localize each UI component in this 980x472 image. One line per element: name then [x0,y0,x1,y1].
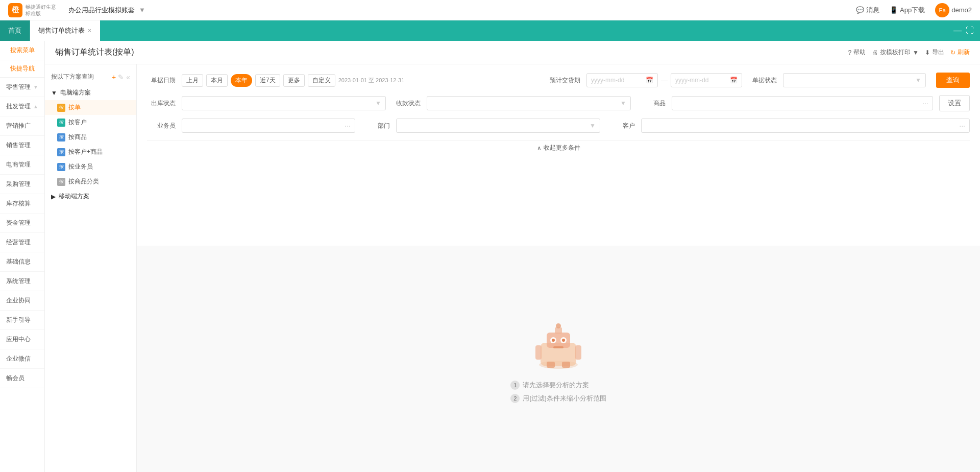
print-dropdown-icon: ▼ [913,49,919,56]
scheme-item-by-category[interactable]: 按 按商品分类 [45,174,136,189]
content: 销售订单统计表(按单) ? 帮助 🖨 按模板打印 ▼ ⬇ 导出 ↻ 刷新 [45,41,980,472]
scheme-item-by-salesperson[interactable]: 按 按业务员 [45,159,136,174]
goods-filter[interactable]: ··· [672,96,933,110]
sidebar-item-sales[interactable]: 销售管理 [0,136,44,155]
customer-label: 客户 [606,122,635,130]
print-btn[interactable]: 🖨 按模板打印 ▼ [872,48,919,57]
scheme-item-by-customer-goods[interactable]: 按 按客户+商品 [45,145,136,159]
status-select[interactable]: ▼ [783,73,926,87]
mobile-group-text: 移动端方案 [59,192,89,201]
collapse-panel-icon[interactable]: « [126,73,130,81]
sidebar-item-marketing[interactable]: 营销推广 [0,116,44,136]
scheme-item-by-customer[interactable]: 按 按客户 [45,115,136,130]
tip-text-2: 用[过滤]条件来缩小分析范围 [523,394,606,403]
collapse-filters-btn[interactable]: ∧ 收起更多条件 [147,140,970,155]
scheme-item-by-goods[interactable]: 按 按商品 [45,130,136,145]
logo-icon: 橙 [8,3,22,17]
scheme-label-category: 按商品分类 [68,177,99,186]
sidebar-item-inventory[interactable]: 库存核算 [0,194,44,214]
delivery-status-select[interactable]: ▼ [182,96,386,110]
status-label: 单据状态 [748,76,777,85]
expected-date-end[interactable]: yyyy-mm-dd 📅 [671,73,742,87]
svg-rect-2 [547,333,570,348]
scheme-icon-category: 按 [57,178,65,186]
tip-text-1: 请先选择要分析的方案 [523,381,589,390]
left-panel-title: 按以下方案查询 [51,73,94,81]
salesperson-filter[interactable]: ··· [182,119,355,133]
expected-start-placeholder: yyyy-mm-dd [591,77,624,84]
tab-sales-order-stats[interactable]: 销售订单统计表 × [30,20,100,41]
date-separator: — [661,77,668,84]
sidebar-item-enterprise-collab[interactable]: 企业协同 [0,291,44,311]
scheme-icon-customer: 按 [57,119,65,127]
svg-rect-8 [535,345,542,360]
collapse-icon: ∧ [537,145,542,152]
mobile-group-expand-icon: ▶ [51,193,56,200]
date-btn-last-month[interactable]: 上月 [182,74,203,87]
sidebar-item-app-center[interactable]: 应用中心 [0,330,44,349]
sidebar-item-system[interactable]: 系统管理 [0,272,44,291]
chevron-right-icon: ▼ [33,84,38,90]
sidebar-item-retail[interactable]: 零售管理 ▼ [0,78,44,97]
date-btn-last-7days[interactable]: 近7天 [255,74,280,87]
customer-more-icon[interactable]: ··· [959,122,965,130]
date-btn-this-year[interactable]: 本年 [231,74,252,87]
add-scheme-icon[interactable]: + [112,73,116,81]
date-btn-more[interactable]: 更多 [283,74,305,87]
tab-close-btn[interactable]: × [88,27,91,34]
dept-dropdown-icon: ▼ [590,122,596,129]
mobile-scheme-group: ▶ 移动端方案 [45,189,136,204]
date-btn-custom[interactable]: 自定义 [308,74,335,87]
mobile-group-label[interactable]: ▶ 移动端方案 [45,189,136,204]
help-btn[interactable]: ? 帮助 [848,48,866,57]
sidebar-item-basic-info[interactable]: 基础信息 [0,252,44,272]
svg-rect-7 [553,346,564,348]
mobile-icon: 📱 [890,6,898,14]
sidebar-item-wholesale[interactable]: 批发管理 ▲ [0,97,44,116]
user-area[interactable]: Ea demo2 [935,3,972,17]
salesperson-more-icon[interactable]: ··· [345,122,351,130]
dept-select[interactable]: ▼ [396,119,600,133]
collection-status-select[interactable]: ▼ [427,96,631,110]
empty-svg-icon [525,315,592,371]
query-button[interactable]: 查询 [936,73,970,88]
left-panel-header: 按以下方案查询 + ✎ « [45,70,136,85]
scheme-icon-customer-goods: 按 [57,148,65,156]
refresh-btn[interactable]: ↻ 刷新 [950,48,970,57]
left-panel-icons: + ✎ « [112,73,130,81]
tab-minimize-btn[interactable]: — [953,26,962,35]
sidebar-item-members[interactable]: 畅会员 [0,369,44,388]
settings-button[interactable]: 设置 [939,95,970,111]
expected-date-start[interactable]: yyyy-mm-dd 📅 [586,73,658,87]
sidebar-search[interactable]: 搜索菜单 [0,41,44,60]
collapse-label: 收起更多条件 [544,144,580,152]
print-icon: 🖨 [872,49,878,56]
svg-point-6 [562,339,565,342]
tab-maximize-btn[interactable]: ⛶ [966,26,974,35]
edit-scheme-icon[interactable]: ✎ [118,73,124,81]
pc-group-label[interactable]: ▼ 电脑端方案 [45,85,136,100]
message-btn[interactable]: 💬 消息 [856,6,879,15]
svg-point-5 [552,339,555,342]
date-btn-this-month[interactable]: 本月 [206,74,228,87]
goods-more-icon[interactable]: ··· [922,99,928,107]
customer-filter[interactable]: ··· [641,119,970,133]
sidebar-item-new-user[interactable]: 新手引导 [0,311,44,330]
tip-num-1: 1 [510,381,520,390]
export-btn[interactable]: ⬇ 导出 [925,48,944,57]
main-layout: 搜索菜单 快捷导航 零售管理 ▼ 批发管理 ▲ 营销推广 销售管理 电商管理 采… [0,41,980,472]
sidebar-item-ecommerce[interactable]: 电商管理 [0,155,44,175]
sidebar-item-finance[interactable]: 资金管理 [0,214,44,233]
tab-actions: — ⛶ [947,20,980,41]
refresh-icon: ↻ [950,49,955,56]
empty-illustration [525,315,592,372]
top-bar-dropdown-icon[interactable]: ▼ [139,6,145,14]
app-download-btn[interactable]: 📱 App下载 [890,6,925,15]
sidebar-item-operations[interactable]: 经营管理 [0,233,44,252]
collection-dropdown-icon: ▼ [620,100,626,107]
tab-home[interactable]: 首页 [0,20,30,41]
sidebar-quick-nav[interactable]: 快捷导航 [0,60,44,78]
scheme-item-by-order[interactable]: 按 按单 [45,100,136,115]
sidebar-item-wechat[interactable]: 企业微信 [0,349,44,369]
sidebar-item-purchase[interactable]: 采购管理 [0,175,44,194]
